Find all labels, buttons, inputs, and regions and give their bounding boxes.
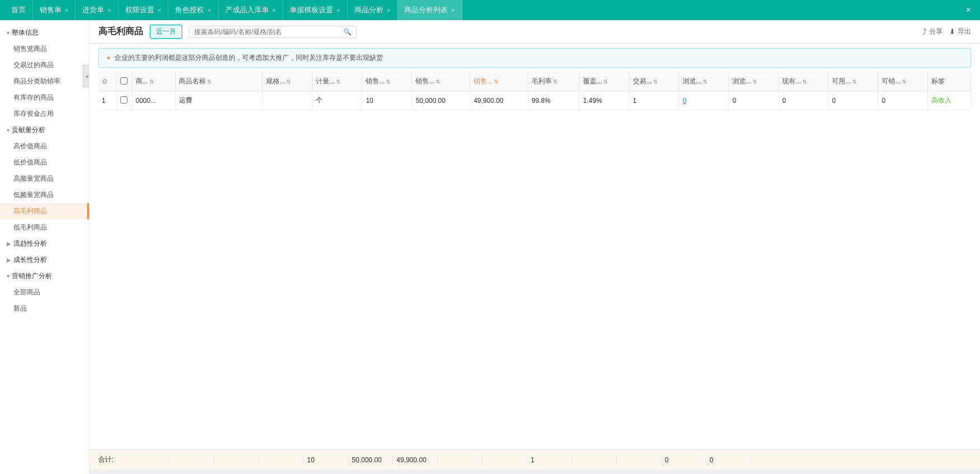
row-coverage: 1.49%	[579, 91, 629, 110]
tab-import[interactable]: 进货单 ×	[75, 0, 118, 20]
row-checkbox[interactable]	[116, 91, 132, 110]
sort-icon-unit[interactable]: ⇅	[336, 78, 340, 85]
tab-home[interactable]: 首页	[4, 0, 33, 20]
sidebar-item-low-freq[interactable]: 低频量宽商品	[0, 187, 89, 203]
sidebar-item-all-goods[interactable]: 全部商品	[0, 284, 89, 301]
footer-transactions: 1	[527, 456, 572, 464]
row-tag: 高收入	[928, 91, 971, 110]
sidebar-item-inventory-goods[interactable]: 有库存的商品	[0, 90, 89, 106]
row-margin-rate: 99.8%	[528, 91, 579, 110]
select-all-checkbox[interactable]	[120, 77, 127, 85]
tab-roles-close[interactable]: ×	[207, 7, 211, 13]
sort-icon-sales-amt[interactable]: ⇅	[435, 78, 440, 85]
sidebar-item-high-margin[interactable]: 高毛利商品	[0, 203, 89, 219]
arrow-right-icon: ▶	[7, 241, 11, 247]
sidebar-collapse-button[interactable]: «	[83, 65, 89, 87]
tab-sales-close[interactable]: ×	[65, 7, 68, 13]
main-layout: « ▾ 整体信息 销售览商品 交易过的商品 商品分类助销率 有库存的商品 库存资…	[0, 20, 980, 474]
tab-analysis-close[interactable]: ×	[387, 7, 390, 13]
footer-empty4	[259, 456, 304, 464]
col-available: 可用... ⇅	[828, 72, 878, 91]
tab-permissions-close[interactable]: ×	[158, 7, 161, 13]
col-coverage: 覆盖... ⇅	[579, 72, 629, 91]
sidebar-group-overall[interactable]: ▾ 整体信息	[0, 25, 89, 41]
col-unit: 计量... ⇅	[313, 72, 362, 91]
search-box: 🔍	[189, 26, 357, 38]
sidebar-item-new-goods[interactable]: 新品	[0, 301, 89, 317]
footer-empty3	[214, 456, 259, 464]
tab-import-close[interactable]: ×	[107, 7, 111, 13]
footer-views2	[617, 456, 661, 464]
tab-templates[interactable]: 单据模板设置 ×	[283, 0, 347, 20]
sort-icon-code[interactable]: ⇅	[149, 78, 154, 85]
search-icon[interactable]: 🔍	[343, 28, 352, 36]
tab-roles[interactable]: 角色授权 ×	[168, 0, 218, 20]
tab-products[interactable]: 产成品入库单 ×	[219, 0, 283, 20]
sidebar-group-finance[interactable]: ▾ 贡献量分析	[0, 122, 89, 138]
sort-icon-views1[interactable]: ⇅	[703, 78, 707, 85]
sort-icon-available[interactable]: ⇅	[852, 78, 856, 85]
table-row: 1 0000... 运费 个 10 50,000.00 49,900.00 99…	[98, 91, 971, 110]
row-sales-profit: 49,900.00	[470, 91, 528, 110]
search-input[interactable]	[194, 28, 341, 36]
sort-icon-name[interactable]: ⇅	[207, 78, 211, 85]
footer-empty1	[125, 456, 169, 464]
row-name: 运费	[176, 91, 263, 110]
sidebar-item-high-value[interactable]: 高价值商品	[0, 138, 89, 154]
tab-sales[interactable]: 销售单 ×	[33, 0, 75, 20]
sidebar-item-contribution-rate[interactable]: 商品分类助销率	[0, 73, 89, 90]
footer-empty2	[169, 456, 214, 464]
export-button[interactable]: ⬇ 导出	[949, 27, 971, 36]
arrow-down-icon3: ▾	[7, 273, 10, 279]
row-unit: 个	[313, 91, 362, 110]
horizontal-scrollbar[interactable]	[89, 470, 980, 474]
sort-icon-transactions[interactable]: ⇅	[653, 78, 657, 85]
sidebar: « ▾ 整体信息 销售览商品 交易过的商品 商品分类助销率 有库存的商品 库存资…	[0, 20, 89, 474]
data-table: ⚙ 商... ⇅ 商品名称	[98, 72, 971, 110]
sidebar-item-sales-goods[interactable]: 销售览商品	[0, 41, 89, 57]
col-tag: 标签	[928, 72, 971, 91]
col-views2: 浏览... ⇅	[729, 72, 779, 91]
tab-templates-close[interactable]: ×	[337, 7, 340, 13]
sort-icon-sales-qty[interactable]: ⇅	[386, 78, 390, 85]
tab-products-close[interactable]: ×	[272, 7, 276, 13]
share-button[interactable]: ⤴ 分享	[923, 27, 943, 36]
sort-icon-spec[interactable]: ⇅	[286, 78, 291, 85]
tab-analysis-list[interactable]: 商品分析列表 ×	[397, 0, 462, 20]
col-sellable: 可销... ⇅	[878, 72, 928, 91]
sidebar-group-growth[interactable]: ▶ 成长性分析	[0, 252, 89, 268]
content-header: 高毛利商品 近一月 🔍 ⤴ 分享 ⬇ 导出	[89, 20, 980, 44]
sort-icon-sellable[interactable]: ⇅	[902, 78, 906, 85]
sidebar-item-capital-occupation[interactable]: 库存资金占用	[0, 106, 89, 122]
share-icon: ⤴	[923, 27, 927, 36]
sort-icon-views2[interactable]: ⇅	[752, 78, 757, 85]
sidebar-item-low-margin[interactable]: 低毛利商品	[0, 219, 89, 236]
row-sales-amt: 50,000.00	[412, 91, 470, 110]
row-current-stock: 0	[779, 91, 828, 110]
sort-icon-current-stock[interactable]: ⇅	[802, 78, 807, 85]
settings-icon[interactable]: ⚙	[102, 78, 108, 86]
sidebar-item-traded-goods[interactable]: 交易过的商品	[0, 57, 89, 73]
col-margin-rate: 毛利率 ⇅	[528, 72, 579, 91]
footer-sales-qty: 10	[304, 456, 348, 464]
close-all-button[interactable]: ×	[962, 5, 976, 15]
col-name: 商品名称 ⇅	[176, 72, 263, 91]
sort-icon-sales-profit[interactable]: ⇅	[494, 78, 498, 85]
sidebar-group-marketing[interactable]: ▾ 营销推广分析	[0, 268, 89, 284]
top-navigation: 首页 销售单 × 进货单 × 权限设置 × 角色授权 × 产成品入库单 × 单据…	[0, 0, 980, 20]
row-views1[interactable]: 0	[679, 91, 729, 110]
row-views2: 0	[729, 91, 779, 110]
filter-recent-month-button[interactable]: 近一月	[150, 25, 182, 39]
arrow-down-icon: ▾	[7, 30, 10, 36]
export-icon: ⬇	[949, 27, 955, 36]
sort-icon-coverage[interactable]: ⇅	[603, 78, 608, 85]
tab-permissions[interactable]: 权限设置 ×	[119, 0, 168, 20]
sidebar-item-high-freq[interactable]: 高频量宽商品	[0, 171, 89, 187]
tab-analysis-list-close[interactable]: ×	[451, 7, 455, 13]
header-actions: ⤴ 分享 ⬇ 导出	[923, 27, 971, 36]
sidebar-group-trend[interactable]: ▶ 流趋性分析	[0, 236, 89, 252]
sort-icon-margin-rate[interactable]: ⇅	[553, 78, 557, 85]
tab-analysis[interactable]: 商品分析 ×	[348, 0, 397, 20]
sidebar-item-low-value[interactable]: 低价值商品	[0, 154, 89, 171]
page-title: 高毛利商品	[98, 26, 143, 37]
